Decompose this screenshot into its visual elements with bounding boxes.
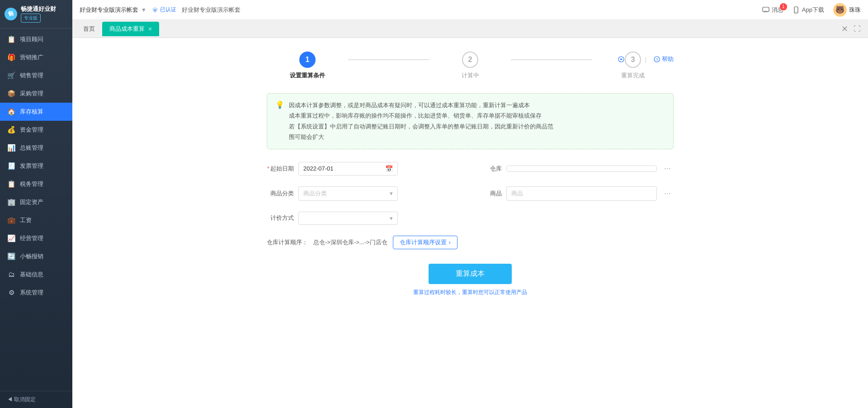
calendar-icon: 📅 (385, 165, 393, 172)
warehouse-input[interactable] (506, 166, 657, 172)
topbar-message[interactable]: 消息 1 (762, 6, 783, 14)
sidebar-item-label: 税务管理 (20, 180, 43, 188)
pricing-label: 计价方式 (267, 214, 294, 222)
form-group-pricing: 计价方式 ▾ (267, 212, 466, 225)
recalc-button[interactable]: 重算成本 (429, 264, 512, 284)
category-select[interactable]: 商品分类 ▾ (298, 186, 398, 201)
sidebar: 畅 畅捷通好业财 专业版 📋 项目顾问 🎁 营销推广 🛒 销售管理 📦 采购管理… (0, 0, 72, 408)
sidebar-item-label: 基础信息 (20, 270, 43, 279)
play-circle-icon (618, 56, 624, 62)
topbar-account[interactable]: 好业财专业版演示帐套 ▼ (80, 6, 146, 14)
chevron-right-icon: › (449, 239, 451, 246)
help-link[interactable]: ? 帮助 (654, 55, 674, 63)
sidebar-item-label: 库存核算 (20, 108, 43, 116)
sidebar-item-basic[interactable]: 🗂 基础信息 (0, 266, 72, 284)
sidebar-item-marketing[interactable]: 🎁 营销推广 (0, 48, 72, 66)
sidebar-item-label: 资金管理 (20, 126, 43, 134)
steps-container: 1 设置重算条件 2 计算中 3 重算完成 (267, 52, 674, 80)
info-line-2: 成本重算过程中，影响库存账的操作均不能操作，比如进货单、销货单、库存单据不能审核… (289, 110, 553, 121)
sidebar-item-label: 营销推广 (20, 53, 43, 62)
form-group-start-date: *起始日期 2022-07-01 📅 (267, 162, 466, 176)
sidebar-item-label: 采购管理 (20, 90, 43, 98)
sidebar-item-label: 总账管理 (20, 144, 43, 152)
warehouse-order-settings-button[interactable]: 仓库计算顺序设置 › (393, 236, 458, 249)
topbar-app-download[interactable]: App下载 (793, 6, 824, 14)
phone-icon (793, 6, 800, 14)
system-icon: ⚙ (7, 289, 15, 297)
sidebar-item-sales[interactable]: 🛒 销售管理 (0, 66, 72, 85)
finance-icon: 💰 (7, 126, 15, 134)
form-area: *起始日期 2022-07-01 📅 仓库 ··· (267, 162, 674, 296)
topbar-account-label: 好业财专业版演示帐套 (182, 6, 241, 14)
pricing-select[interactable]: ▾ (298, 212, 398, 225)
tab-cost-recalc[interactable]: 商品成本重算 × (102, 22, 159, 36)
topbar: 好业财专业版演示帐套 ▼ 已认证 好业财专业版演示帐套 消息 1 App下载 🐻… (72, 0, 868, 20)
topbar-user[interactable]: 🐻 珠珠 (833, 3, 861, 17)
sidebar-item-invoice[interactable]: 🧾 发票管理 (0, 157, 72, 175)
sidebar-footer-unpin[interactable]: ◀ 取消固定 (0, 391, 72, 408)
salary-icon: 💼 (7, 216, 15, 224)
help-label: 帮助 (662, 55, 674, 63)
info-line-3: 若【系统设置】中启用了自动调整记账日期时，会调整入库单的整单记账日期，因此重新计… (289, 121, 553, 132)
sidebar-item-tax[interactable]: 📋 税务管理 (0, 175, 72, 193)
sidebar-item-label: 系统管理 (20, 289, 43, 297)
accounting-icon: 📊 (7, 144, 15, 152)
sidebar-item-purchase[interactable]: 📦 采购管理 (0, 85, 72, 103)
sidebar-item-system[interactable]: ⚙ 系统管理 (0, 284, 72, 302)
start-date-input[interactable]: 2022-07-01 📅 (298, 162, 398, 176)
tax-icon: 📋 (7, 180, 15, 188)
sidebar-item-asset[interactable]: 🏢 固定资产 (0, 193, 72, 211)
category-label: 商品分类 (267, 190, 294, 198)
sidebar-item-expense[interactable]: 🔄 小畅报销 (0, 247, 72, 266)
step-circle-3: 3 (625, 52, 641, 68)
close-window-icon[interactable]: ✕ (841, 24, 848, 34)
chevron-down-icon: ▾ (390, 190, 393, 197)
app-download-label: App下载 (802, 6, 824, 14)
project-icon: 📋 (7, 35, 15, 43)
sidebar-item-label: 销售管理 (20, 71, 43, 80)
sidebar-item-label: 小畅报销 (20, 252, 43, 261)
sidebar-item-accounting[interactable]: 📊 总账管理 (0, 139, 72, 157)
sidebar-item-project[interactable]: 📋 项目顾问 (0, 30, 72, 48)
step-label-3: 重算完成 (621, 71, 645, 80)
basic-icon: 🗂 (7, 270, 15, 278)
unpin-label: ◀ 取消固定 (7, 396, 36, 403)
verified-text: 已认证 (160, 6, 176, 14)
step-1: 1 设置重算条件 (267, 52, 348, 80)
step-label-1: 设置重算条件 (290, 71, 325, 80)
warehouse-more-icon[interactable]: ··· (661, 164, 674, 173)
step-label-2: 计算中 (462, 71, 479, 80)
sidebar-item-operation[interactable]: 📈 经营管理 (0, 229, 72, 247)
warehouse-order-row: 仓库计算顺序： 总仓->深圳仓库->...->门店仓 仓库计算顺序设置 › (267, 236, 674, 249)
recalc-hint: 重算过程耗时较长，重算时您可以正常使用产品 (267, 289, 674, 296)
info-line-4: 围可能会扩大 (289, 132, 553, 142)
message-badge: 1 (780, 3, 787, 10)
category-placeholder: 商品分类 (303, 190, 327, 198)
sales-icon: 🛒 (7, 71, 15, 80)
warehouse-label: 仓库 (475, 165, 502, 173)
marketing-icon: 🎁 (7, 53, 15, 62)
tab-active-label: 商品成本重算 (109, 25, 145, 33)
step-line-1-2 (348, 59, 429, 60)
goods-label: 商品 (475, 190, 502, 198)
sidebar-app-name: 畅捷通好业财 (21, 5, 56, 13)
goods-input[interactable]: 商品 (506, 186, 657, 201)
sidebar-item-inventory[interactable]: 🏠 库存核算 (0, 103, 72, 121)
info-box-content: 因成本计算参数调整，或是对商品成本有疑问时，可以通过成本重算功能，重新计算一遍成… (289, 100, 553, 142)
message-icon (762, 6, 769, 14)
expand-window-icon[interactable]: ⛶ (854, 25, 861, 33)
sidebar-item-label: 发票管理 (20, 162, 43, 170)
asset-icon: 🏢 (7, 198, 15, 206)
goods-more-icon[interactable]: ··· (661, 189, 674, 198)
recalc-section: 重算成本 重算过程耗时较长，重算时您可以正常使用产品 (267, 264, 674, 296)
help-circle-icon: ? (654, 56, 660, 62)
main-area: 好业财专业版演示帐套 ▼ 已认证 好业财专业版演示帐套 消息 1 App下载 🐻… (72, 0, 868, 408)
sidebar-item-salary[interactable]: 💼 工资 (0, 211, 72, 229)
info-line-1: 因成本计算参数调整，或是对商品成本有疑问时，可以通过成本重算功能，重新计算一遍成… (289, 100, 553, 110)
tab-close-icon[interactable]: × (148, 25, 152, 33)
form-row-1: *起始日期 2022-07-01 📅 仓库 ··· (267, 162, 674, 176)
tab-home[interactable]: 首页 (76, 22, 102, 36)
form-group-category: 商品分类 商品分类 ▾ (267, 186, 466, 201)
sidebar-item-finance[interactable]: 💰 资金管理 (0, 121, 72, 139)
info-box: 💡 因成本计算参数调整，或是对商品成本有疑问时，可以通过成本重算功能，重新计算一… (267, 93, 674, 149)
